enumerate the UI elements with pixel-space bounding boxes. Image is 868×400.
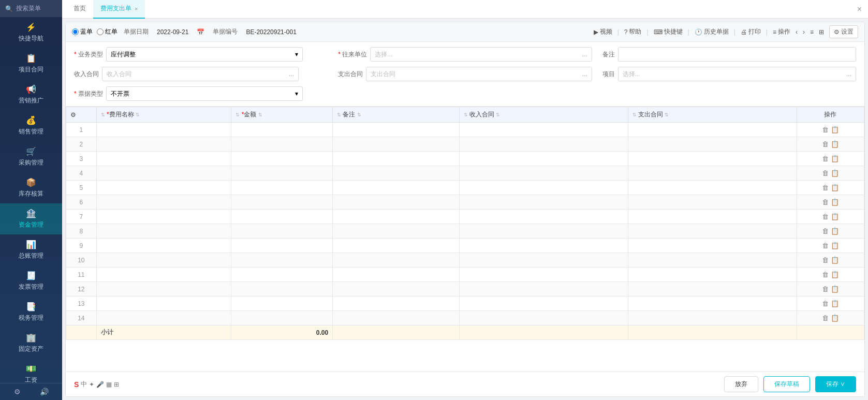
cell-expense-contract[interactable] [628, 268, 797, 282]
cell-amount[interactable] [231, 166, 333, 181]
copy-row-icon[interactable]: 📋 [831, 271, 839, 278]
cell-income-contract[interactable] [459, 181, 628, 195]
cell-remark[interactable] [333, 152, 460, 166]
cell-expense-contract[interactable] [628, 239, 797, 253]
cell-remark[interactable] [333, 210, 460, 224]
cell-remark[interactable] [333, 268, 460, 282]
sidebar-item-assets[interactable]: 🏢固定资产 [0, 328, 62, 359]
copy-row-icon[interactable]: 📋 [831, 300, 839, 307]
delete-row-icon[interactable]: 🗑 [822, 300, 829, 307]
settings-icon[interactable]: ⚙ [14, 388, 21, 396]
cell-remark[interactable] [333, 195, 460, 210]
calendar-icon[interactable]: 📅 [197, 28, 204, 36]
toolbar-shortcut[interactable]: ⌨ 快捷键 [654, 27, 683, 36]
tab-home[interactable]: 首页 [66, 0, 93, 19]
project-dots[interactable]: ... [846, 70, 851, 78]
col-expense-contract[interactable]: ⇅ 支出合同 ⇅ [628, 107, 797, 123]
cell-remark[interactable] [333, 311, 460, 325]
cell-name[interactable] [96, 239, 231, 253]
cell-amount[interactable] [231, 239, 333, 253]
col-name[interactable]: ⇅ *费用名称 ⇅ [96, 107, 231, 123]
cell-expense-contract[interactable] [628, 210, 797, 224]
cell-expense-contract[interactable] [628, 137, 797, 152]
delete-row-icon[interactable]: 🗑 [822, 126, 829, 134]
toolbar-more[interactable]: ≡ 操作 [773, 27, 790, 36]
save-button[interactable]: 保存 ∨ [815, 376, 856, 392]
sidebar-item-sales[interactable]: 💰销售管理 [0, 110, 62, 141]
cell-remark[interactable] [333, 166, 460, 181]
cell-income-contract[interactable] [459, 253, 628, 268]
cell-income-contract[interactable] [459, 311, 628, 325]
copy-row-icon[interactable]: 📋 [831, 140, 839, 148]
delete-row-icon[interactable]: 🗑 [822, 242, 829, 249]
toolbar-nav-prev[interactable]: ‹ [796, 28, 798, 36]
cell-amount[interactable] [231, 195, 333, 210]
delete-row-icon[interactable]: 🗑 [822, 140, 829, 148]
cell-name[interactable] [96, 311, 231, 325]
cell-name[interactable] [96, 195, 231, 210]
delete-row-icon[interactable]: 🗑 [822, 169, 829, 177]
sidebar-item-shortcuts[interactable]: ⚡快捷导航 [0, 17, 62, 48]
cell-expense-contract[interactable] [628, 166, 797, 181]
cell-name[interactable] [96, 137, 231, 152]
cell-expense-contract[interactable] [628, 195, 797, 210]
copy-row-icon[interactable]: 📋 [831, 198, 839, 206]
cell-amount[interactable] [231, 311, 333, 325]
copy-row-icon[interactable]: 📋 [831, 213, 839, 220]
copy-row-icon[interactable]: 📋 [831, 242, 839, 249]
sidebar-item-marketing[interactable]: 📢营销推广 [0, 79, 62, 110]
cell-remark[interactable] [333, 181, 460, 195]
cell-income-contract[interactable] [459, 239, 628, 253]
project-input[interactable]: 选择... ... [618, 67, 856, 81]
delete-row-icon[interactable]: 🗑 [822, 198, 829, 206]
cell-amount[interactable] [231, 137, 333, 152]
cell-expense-contract[interactable] [628, 311, 797, 325]
copy-row-icon[interactable]: 📋 [831, 314, 839, 322]
cell-income-contract[interactable] [459, 297, 628, 311]
income-dots[interactable]: ... [289, 70, 294, 78]
blue-single-radio[interactable]: 蓝单 [72, 27, 93, 36]
cell-amount[interactable] [231, 123, 333, 137]
col-amount[interactable]: ⇅ *金额 ⇅ [231, 107, 333, 123]
cell-name[interactable] [96, 123, 231, 137]
invoice-type-select[interactable]: 不开票 ▾ [106, 86, 303, 101]
cell-remark[interactable] [333, 137, 460, 152]
window-close-icon[interactable]: × [857, 5, 862, 14]
delete-row-icon[interactable]: 🗑 [822, 271, 829, 278]
sidebar-search[interactable]: 🔍 搜索菜单 [0, 0, 62, 17]
business-type-select[interactable]: 应付调整 ▾ [106, 47, 303, 62]
cell-income-contract[interactable] [459, 224, 628, 239]
toolbar-history[interactable]: 🕐 历史单据 [695, 27, 729, 36]
copy-row-icon[interactable]: 📋 [831, 126, 839, 134]
cell-income-contract[interactable] [459, 210, 628, 224]
cell-amount[interactable] [231, 181, 333, 195]
counterpart-dots[interactable]: ... [582, 51, 587, 58]
col-income-contract[interactable]: ⇅ 收入合同 ⇅ [459, 107, 628, 123]
sidebar-item-inventory[interactable]: 📦库存核算 [0, 172, 62, 203]
cell-remark[interactable] [333, 239, 460, 253]
sidebar-item-funds[interactable]: 🏦资金管理 [0, 203, 62, 234]
tab-close-icon[interactable]: × [135, 6, 138, 12]
cell-expense-contract[interactable] [628, 152, 797, 166]
sidebar-item-tax[interactable]: 📑税务管理 [0, 297, 62, 328]
toolbar-print[interactable]: 🖨 打印 [741, 27, 761, 36]
cell-income-contract[interactable] [459, 137, 628, 152]
cell-name[interactable] [96, 166, 231, 181]
tab-expense[interactable]: 费用支出单 × [93, 0, 145, 19]
cell-income-contract[interactable] [459, 268, 628, 282]
cell-income-contract[interactable] [459, 195, 628, 210]
save-draft-button[interactable]: 保存草稿 [763, 376, 810, 392]
cell-income-contract[interactable] [459, 123, 628, 137]
col-gear[interactable]: ⚙ [66, 107, 97, 123]
discard-button[interactable]: 放弃 [724, 376, 758, 392]
cell-expense-contract[interactable] [628, 123, 797, 137]
toolbar-grid-view[interactable]: ⊞ [819, 28, 824, 36]
copy-row-icon[interactable]: 📋 [831, 184, 839, 191]
cell-amount[interactable] [231, 210, 333, 224]
red-single-radio[interactable]: 红单 [97, 27, 117, 36]
cell-expense-contract[interactable] [628, 253, 797, 268]
toolbar-help[interactable]: ? 帮助 [624, 27, 642, 36]
cell-income-contract[interactable] [459, 152, 628, 166]
cell-name[interactable] [96, 210, 231, 224]
cell-name[interactable] [96, 297, 231, 311]
